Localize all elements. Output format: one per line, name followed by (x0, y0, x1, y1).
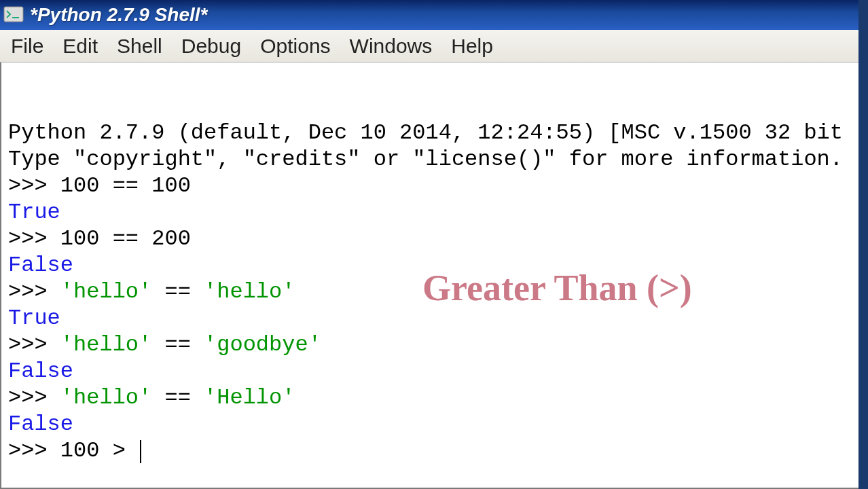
shell-input: 'hello' (204, 279, 295, 304)
menu-shell[interactable]: Shell (110, 33, 169, 59)
python-idle-icon (3, 4, 24, 26)
right-window-edge (858, 0, 868, 489)
shell-text-area[interactable]: Python 2.7.9 (default, Dec 10 2014, 12:2… (0, 62, 868, 489)
shell-input: == (151, 332, 204, 357)
shell-prompt: >>> (8, 279, 60, 304)
menu-help[interactable]: Help (444, 33, 500, 59)
shell-line: True (8, 199, 860, 225)
shell-prompt: >>> (8, 438, 60, 463)
shell-input: 100 == 200 (60, 226, 191, 251)
shell-output: False (8, 359, 73, 384)
shell-line: >>> 'hello' == 'Hello' (8, 384, 860, 411)
shell-input: == (151, 385, 204, 410)
shell-banner-line: Python 2.7.9 (default, Dec 10 2014, 12:2… (8, 120, 860, 146)
shell-line: >>> 100 == 100 (8, 173, 860, 199)
shell-banner-line: Type "copyright", "credits" or "license(… (8, 146, 860, 173)
window-title: *Python 2.7.9 Shell* (30, 4, 207, 26)
shell-line: False (8, 411, 860, 437)
shell-prompt: >>> (8, 173, 60, 198)
shell-output: False (8, 253, 73, 278)
shell-line: >>> 'hello' == 'goodbye' (8, 331, 860, 358)
menu-file[interactable]: File (4, 33, 50, 59)
menu-bar: File Edit Shell Debug Options Windows He… (0, 30, 868, 62)
shell-input: 'goodbye' (204, 332, 321, 357)
menu-windows[interactable]: Windows (343, 33, 439, 59)
shell-prompt: >>> (8, 226, 60, 251)
svg-rect-0 (4, 7, 23, 22)
shell-input: 100 == 100 (60, 173, 191, 198)
shell-input: 'hello' (60, 385, 151, 410)
menu-edit[interactable]: Edit (56, 33, 105, 59)
shell-input: 100 > (60, 438, 139, 463)
video-annotation-overlay: Greater Than (>) (422, 266, 692, 311)
shell-line: >>> 100 > (8, 437, 860, 464)
shell-input: == (151, 279, 204, 304)
shell-output: True (8, 306, 60, 331)
menu-debug[interactable]: Debug (175, 33, 248, 59)
text-cursor (140, 440, 141, 463)
shell-prompt: >>> (8, 332, 60, 357)
shell-line: False (8, 358, 860, 384)
shell-input: 'hello' (60, 279, 151, 304)
shell-output: False (8, 412, 73, 437)
shell-input: 'hello' (60, 332, 151, 357)
shell-prompt: >>> (8, 385, 60, 410)
title-bar: *Python 2.7.9 Shell* (0, 0, 868, 30)
shell-input: 'Hello' (204, 385, 295, 410)
menu-options[interactable]: Options (253, 33, 337, 59)
shell-line: >>> 100 == 200 (8, 225, 860, 252)
shell-output: True (8, 200, 60, 225)
